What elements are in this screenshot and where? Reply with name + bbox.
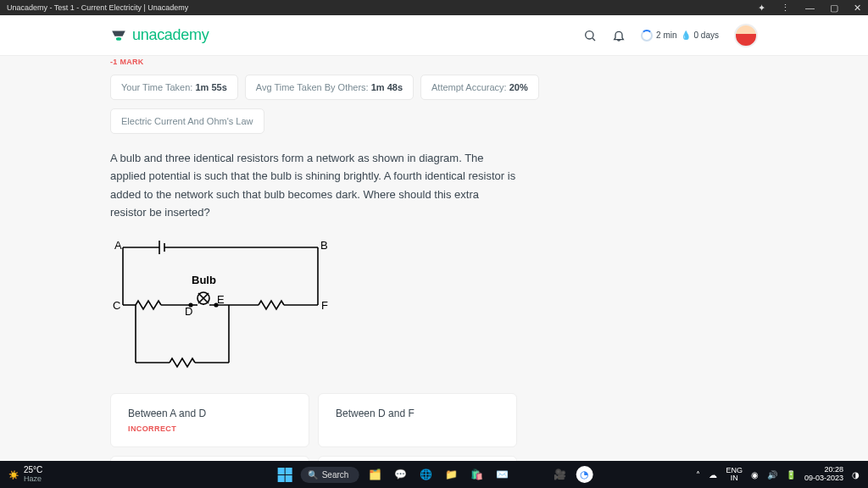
app-header: unacademy 2 min 💧 0 days	[0, 15, 868, 56]
maximize-button[interactable]: ▢	[830, 3, 838, 14]
label-bulb: Bulb	[192, 274, 216, 286]
teams-icon[interactable]: 💬	[391, 465, 409, 484]
svg-line-2	[593, 38, 595, 41]
language-indicator[interactable]: ENG IN	[726, 467, 743, 482]
weather-widget[interactable]: ☀️ 25°C Haze	[8, 466, 42, 483]
search-label: Search	[322, 470, 349, 480]
streak-time: 2 min	[656, 30, 676, 40]
avg-time-label: Avg Time Taken By Others:	[256, 82, 371, 92]
notifications-icon[interactable]: ◑	[852, 470, 860, 480]
brand-logo[interactable]: unacademy	[110, 26, 209, 44]
label-f: F	[321, 299, 328, 312]
taskbar-center: 🔍 Search 🗂️ 💬 🌐 📁 🛍️ ✉️ 🎥 ◔	[275, 465, 593, 484]
mark-badge: -1 MARK	[110, 58, 746, 66]
streak-widget[interactable]: 2 min 💧 0 days	[641, 30, 719, 42]
your-time-value: 1m 55s	[195, 82, 226, 92]
option-label: Between D and F	[336, 408, 499, 419]
label-e: E	[217, 293, 225, 306]
stat-chips: Your Time Taken: 1m 55s Avg Time Taken B…	[110, 75, 746, 100]
svg-point-1	[586, 30, 593, 38]
cloud-icon[interactable]: ☁	[709, 470, 717, 480]
avatar[interactable]	[734, 24, 758, 47]
topic-chip[interactable]: Electric Current And Ohm's Law	[110, 108, 264, 134]
taskbar-right: ˄ ☁ ENG IN ◉ 🔊 🔋 20:28 09-03-2023 ◑	[696, 466, 860, 483]
label-c: C	[113, 299, 120, 312]
spacer	[518, 465, 543, 484]
mail-icon[interactable]: ✉️	[492, 465, 511, 484]
label-d: D	[185, 305, 192, 318]
your-time-chip: Your Time Taken: 1m 55s	[110, 75, 238, 100]
store-icon[interactable]: 🛍️	[467, 465, 486, 484]
edge-icon[interactable]: 🌐	[416, 465, 435, 484]
main-content: -1 MARK Your Time Taken: 1m 55s Avg Time…	[0, 56, 856, 461]
taskbar: ☀️ 25°C Haze 🔍 Search 🗂️ 💬 🌐 📁 🛍️ ✉️ 🎥 ◔…	[0, 461, 868, 488]
weather-cond: Haze	[24, 474, 42, 483]
avg-time-value: 1m 48s	[371, 82, 403, 92]
circuit-diagram: A B C D E F Bulb	[110, 237, 331, 373]
accuracy-chip: Attempt Accuracy: 20%	[420, 75, 539, 100]
window-title: Unacademy - Test 1 - Current Electricity…	[7, 3, 758, 12]
option-a[interactable]: Between A and D INCORRECT	[110, 393, 309, 447]
brand-text: unacademy	[132, 26, 209, 44]
task-view-icon[interactable]: 🗂️	[365, 465, 384, 484]
accuracy-label: Attempt Accuracy:	[431, 82, 509, 92]
option-status: INCORRECT	[128, 424, 292, 433]
bell-icon[interactable]	[612, 29, 626, 42]
svg-point-0	[116, 36, 121, 40]
option-b[interactable]: Between D and F	[318, 393, 517, 447]
volume-icon[interactable]: 🔊	[767, 470, 777, 480]
weather-icon: ☀️	[8, 470, 19, 480]
search-icon: 🔍	[308, 470, 318, 480]
logo-icon	[110, 30, 127, 42]
header-right: 2 min 💧 0 days	[583, 24, 758, 47]
streak-drop-icon: 💧	[681, 30, 691, 40]
explorer-icon[interactable]: 📁	[442, 465, 460, 484]
streak-days: 0 days	[694, 30, 719, 40]
window-controls: ✦ ⋮ ― ▢ ✕	[758, 3, 861, 14]
question-text: A bulb and three identical resistors for…	[110, 149, 517, 222]
weather-temp: 25°C	[24, 466, 42, 474]
window-titlebar: Unacademy - Test 1 - Current Electricity…	[0, 0, 868, 15]
avg-time-chip: Avg Time Taken By Others: 1m 48s	[245, 75, 414, 100]
clock[interactable]: 20:28 09-03-2023	[804, 466, 843, 483]
minimize-button[interactable]: ―	[805, 3, 815, 13]
menu-icon[interactable]: ⋮	[781, 3, 790, 14]
app-icon-1[interactable]: 🎥	[550, 465, 569, 484]
battery-icon[interactable]: 🔋	[786, 470, 796, 480]
your-time-label: Your Time Taken:	[121, 82, 195, 92]
label-a: A	[114, 239, 122, 252]
wifi-icon[interactable]: ◉	[751, 470, 759, 480]
label-b: B	[320, 239, 328, 252]
chevron-up-icon[interactable]: ˄	[696, 470, 700, 480]
search-icon[interactable]	[583, 29, 597, 42]
extension-icon[interactable]: ✦	[758, 3, 765, 14]
progress-ring-icon	[641, 30, 653, 42]
app-icon-2[interactable]: ◔	[576, 466, 593, 483]
option-label: Between A and D	[128, 408, 292, 419]
close-button[interactable]: ✕	[854, 3, 861, 14]
options-grid: Between A and D INCORRECT Between D and …	[110, 393, 517, 461]
start-button[interactable]	[275, 465, 294, 484]
taskbar-search[interactable]: 🔍 Search	[301, 467, 359, 483]
accuracy-value: 20%	[509, 82, 528, 92]
